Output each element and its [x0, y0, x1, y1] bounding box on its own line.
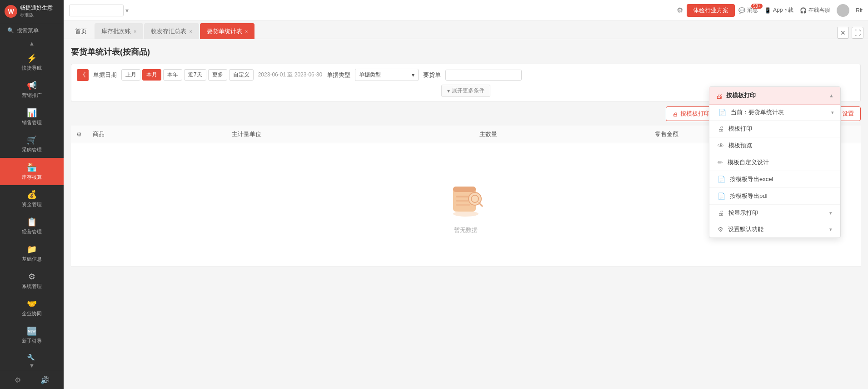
- base-icon: 📁: [27, 244, 37, 254]
- sidebar-footer: ⚙ 🔊: [0, 371, 64, 389]
- current-template-arrow: ▾: [831, 110, 834, 116]
- sidebar-item-label: 基础信息: [22, 256, 42, 263]
- sidebar-item-label: 营销推广: [22, 92, 42, 99]
- order-type-value: 单据类型: [359, 71, 381, 79]
- tab-batch-account[interactable]: 库存批次账 ×: [95, 23, 143, 39]
- print-export-pdf[interactable]: 📄 按模板导出pdf: [709, 188, 840, 205]
- app-edition: 标准版: [20, 12, 53, 18]
- tab-order-stats[interactable]: 要货单统计表 ×: [200, 23, 254, 39]
- goods-filter-label: 要货单: [423, 71, 441, 79]
- app-download-icon: 📱: [764, 7, 771, 14]
- sidebar-item-finance[interactable]: 💰 资金管理: [0, 185, 64, 212]
- sidebar-item-operations[interactable]: 📋 经营管理: [0, 212, 64, 240]
- expand-more-btn[interactable]: ▾ 展开更多条件: [441, 85, 490, 97]
- print-template-custom[interactable]: ✏ 模板自定义设计: [709, 154, 840, 171]
- topbar-app-download[interactable]: 📱 App下载: [764, 6, 793, 14]
- print-display-print[interactable]: 🖨 按显示打印 ▾: [709, 205, 840, 221]
- template-preview-icon: 👁: [718, 142, 724, 149]
- footer-settings-btn[interactable]: ⚙: [15, 376, 21, 384]
- tab-expand-btn[interactable]: ⛶: [852, 27, 863, 39]
- trial-btn[interactable]: 体验行业方案: [687, 4, 735, 17]
- tab-close-all-btn[interactable]: ✕: [837, 27, 849, 39]
- app-download-label: App下载: [773, 6, 793, 14]
- sidebar-scroll-up[interactable]: ▲: [0, 38, 64, 49]
- date-btn-last-month[interactable]: 上月: [121, 69, 140, 81]
- app-logo-icon: W: [5, 5, 17, 18]
- topbar-search-input[interactable]: [69, 5, 124, 16]
- print-dropdown: 🖨 按模板打印 ▲ 📄 当前：要货单统计表 ▾ 🖨 模板打印 👁 模板预览 ✏ …: [709, 86, 841, 238]
- sidebar-item-label: 销售管理: [22, 119, 42, 126]
- tabs-bar: 首页 库存批次账 × 收发存汇总表 × 要货单统计表 × ✕ ⛶: [64, 21, 868, 39]
- sidebar-search[interactable]: 🔍 搜索菜单: [0, 23, 64, 38]
- tab-receipt-summary-close[interactable]: ×: [189, 29, 192, 34]
- app-name-block: 畅捷通好生意 标准版: [20, 5, 53, 18]
- goods-filter-input[interactable]: [445, 70, 522, 81]
- topbar-dropdown-btn[interactable]: ▾: [125, 7, 129, 14]
- footer-speaker-btn[interactable]: 🔊: [40, 376, 50, 384]
- set-default-label: 设置默认功能: [728, 225, 763, 233]
- tab-home[interactable]: 首页: [68, 23, 94, 39]
- sidebar-search-label: 搜索菜单: [17, 27, 39, 35]
- tabs-right-actions: ✕ ⛶: [837, 27, 863, 39]
- username[interactable]: Rit: [856, 7, 863, 14]
- date-range-display: 2023-06-01 至 2023-06-30: [258, 71, 322, 79]
- tab-order-stats-close[interactable]: ×: [245, 29, 248, 34]
- sidebar-item-collab[interactable]: 🤝 企业协同: [0, 294, 64, 322]
- sidebar: W 畅捷通好生意 标准版 🔍 搜索菜单 ▲ ⚡ 快捷导航 📢 营销推广 📊 销售…: [0, 0, 64, 389]
- tab-receipt-summary[interactable]: 收发存汇总表 ×: [144, 23, 199, 39]
- print-template-preview[interactable]: 👁 模板预览: [709, 137, 840, 154]
- collab-icon: 🤝: [27, 299, 37, 309]
- sidebar-item-marketing[interactable]: 📢 营销推广: [0, 76, 64, 103]
- print-btn-label: 按模板打印: [680, 110, 710, 118]
- sidebar-item-purchase[interactable]: 🛒 采购管理: [0, 131, 64, 158]
- print-header-label: 按模板打印: [726, 91, 829, 100]
- sidebar-item-sales[interactable]: 📊 销售管理: [0, 103, 64, 131]
- print-current-template[interactable]: 📄 当前：要货单统计表 ▾: [709, 105, 840, 121]
- sidebar-scroll-down[interactable]: ▼: [0, 360, 64, 371]
- tab-order-stats-label: 要货单统计表: [207, 27, 242, 35]
- tab-batch-account-close[interactable]: ×: [134, 29, 136, 34]
- order-type-label: 单据类型: [327, 71, 350, 79]
- date-btn-7days[interactable]: 近7天: [184, 69, 206, 81]
- svg-rect-2: [453, 187, 476, 192]
- print-set-default[interactable]: ⚙ 设置默认功能 ▾: [709, 221, 840, 237]
- page-content-area: 要货单统计表(按商品) 《 单据日期 上月 本月 本年 近7天 更多 自定义 2…: [64, 39, 868, 389]
- table-gear-icon[interactable]: ⚙: [76, 131, 82, 138]
- user-avatar[interactable]: [837, 4, 849, 17]
- table-col-quantity-label: 主数量: [479, 131, 497, 137]
- topbar-online-service[interactable]: 🎧 在线客服: [800, 6, 830, 14]
- display-print-icon: 🖨: [718, 209, 724, 217]
- sidebar-item-base[interactable]: 📁 基础信息: [0, 240, 64, 267]
- search-icon: 🔍: [7, 27, 14, 34]
- date-btn-more[interactable]: 更多: [208, 69, 227, 81]
- date-btn-this-year[interactable]: 本年: [163, 69, 182, 81]
- online-service-label: 在线客服: [808, 6, 830, 14]
- message-icon: 💬: [738, 7, 745, 14]
- svg-line-8: [479, 203, 482, 206]
- print-icon: 🖨: [673, 111, 678, 117]
- display-print-arrow: ▾: [829, 210, 832, 216]
- svg-rect-5: [456, 204, 470, 206]
- svg-point-0: [453, 211, 479, 217]
- date-btn-this-month[interactable]: 本月: [142, 69, 161, 81]
- set-default-arrow: ▾: [829, 227, 832, 232]
- sidebar-item-appstore[interactable]: 🔧 应用中心: [0, 349, 64, 360]
- app-name: 畅捷通好生意: [20, 5, 53, 12]
- order-type-select[interactable]: 单据类型 ▾: [355, 69, 419, 81]
- print-dropdown-header[interactable]: 🖨 按模板打印 ▲: [709, 87, 840, 105]
- topbar-message[interactable]: 💬 消息 99+: [738, 6, 758, 14]
- sidebar-item-system[interactable]: ⚙ 系统管理: [0, 267, 64, 294]
- export-excel-label: 按模板导出excel: [730, 175, 773, 183]
- template-custom-icon: ✏: [718, 159, 723, 166]
- sidebar-item-guide[interactable]: 🆕 新手引导: [0, 322, 64, 349]
- expand-more-label: 展开更多条件: [452, 87, 484, 95]
- topbar-gear-icon[interactable]: ⚙: [677, 6, 683, 15]
- inventory-icon: 🏪: [27, 162, 37, 172]
- sidebar-item-quick-nav[interactable]: ⚡ 快捷导航: [0, 49, 64, 76]
- print-export-excel[interactable]: 📄 按模板导出excel: [709, 171, 840, 188]
- filter-expand-btn[interactable]: 《: [77, 69, 89, 81]
- date-btn-custom[interactable]: 自定义: [229, 69, 254, 81]
- table-col-gear: ⚙: [71, 126, 87, 143]
- print-template-print[interactable]: 🖨 模板打印: [709, 121, 840, 137]
- sidebar-item-inventory[interactable]: 🏪 库存核算: [0, 158, 64, 185]
